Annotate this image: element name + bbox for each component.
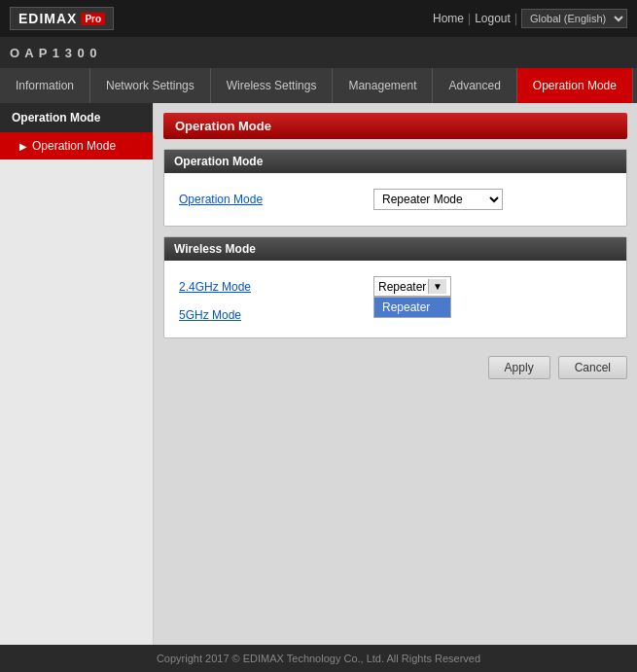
operation-mode-row: Operation Mode AP Mode Repeater Mode Cli… (179, 183, 612, 216)
24ghz-dropdown-open: Repeater (373, 297, 451, 318)
nav-operation-mode[interactable]: Operation Mode (517, 68, 633, 103)
logout-link[interactable]: Logout (475, 12, 511, 25)
wireless-mode-section-header: Wireless Mode (164, 237, 626, 261)
operation-mode-control: AP Mode Repeater Mode Client Bridge Mode… (373, 189, 612, 210)
top-links: Home | Logout | Global (English) Chinese… (433, 9, 627, 28)
24ghz-control: Repeater ▼ Repeater (373, 276, 612, 297)
nav-bar: Information Network Settings Wireless Se… (0, 68, 637, 103)
24ghz-dropdown-open-item[interactable]: Repeater (374, 298, 450, 317)
content-panel: Operation Mode Operation Mode Operation … (154, 103, 637, 672)
button-row: Apply Cancel (163, 348, 627, 387)
24ghz-dropdown-arrow[interactable]: ▼ (428, 279, 446, 294)
nav-network-settings[interactable]: Network Settings (90, 68, 211, 103)
device-bar: O A P 1 3 0 0 (0, 37, 637, 68)
operation-mode-section-header: Operation Mode (164, 150, 626, 173)
sep1: | (468, 12, 471, 25)
sidebar: Operation Mode ▶ Operation Mode (0, 103, 154, 672)
nav-wireless-settings[interactable]: Wireless Settings (211, 68, 334, 103)
operation-mode-section: Operation Mode Operation Mode AP Mode Re… (163, 149, 627, 227)
wireless-mode-section-body: 2.4GHz Mode Repeater ▼ Repeater (164, 261, 626, 337)
24ghz-dropdown-value: Repeater (378, 280, 428, 294)
sidebar-header: Operation Mode (0, 103, 153, 132)
24ghz-label[interactable]: 2.4GHz Mode (179, 280, 373, 294)
main-layout: Operation Mode ▶ Operation Mode Operatio… (0, 103, 637, 672)
sidebar-item-label: Operation Mode (32, 139, 116, 153)
cancel-button[interactable]: Cancel (558, 356, 627, 379)
nav-management[interactable]: Management (333, 68, 433, 103)
page-title: Operation Mode (163, 113, 627, 139)
operation-mode-section-body: Operation Mode AP Mode Repeater Mode Cli… (164, 173, 626, 226)
24ghz-dropdown-trigger[interactable]: Repeater ▼ (373, 276, 451, 297)
apply-button[interactable]: Apply (488, 356, 550, 379)
operation-mode-label[interactable]: Operation Mode (179, 193, 373, 206)
logo-box: EDIMAX Pro (10, 7, 114, 30)
nav-information[interactable]: Information (0, 68, 90, 103)
nav-advanced[interactable]: Advanced (433, 68, 516, 103)
24ghz-row: 2.4GHz Mode Repeater ▼ Repeater (179, 270, 612, 302)
sidebar-arrow-icon: ▶ (19, 141, 27, 152)
logo-area: EDIMAX Pro (10, 7, 114, 30)
24ghz-dropdown-container: Repeater ▼ Repeater (373, 276, 451, 297)
sep2: | (514, 12, 517, 25)
language-select[interactable]: Global (English) Chinese Japanese (521, 9, 627, 28)
sidebar-item-operation-mode[interactable]: ▶ Operation Mode (0, 132, 153, 159)
device-title: O A P 1 3 0 0 (10, 46, 98, 60)
footer-text: Copyright 2017 © EDIMAX Technology Co., … (157, 653, 480, 664)
operation-mode-select[interactable]: AP Mode Repeater Mode Client Bridge Mode… (373, 189, 503, 210)
home-link[interactable]: Home (433, 12, 464, 25)
wireless-mode-section: Wireless Mode 2.4GHz Mode Repeater ▼ Rep… (163, 236, 627, 338)
logo-pro: Pro (81, 13, 105, 25)
logo-edimax: EDIMAX (18, 11, 77, 26)
footer: Copyright 2017 © EDIMAX Technology Co., … (0, 645, 637, 672)
top-bar: EDIMAX Pro Home | Logout | Global (Engli… (0, 0, 637, 37)
5ghz-label[interactable]: 5GHz Mode (179, 308, 373, 322)
